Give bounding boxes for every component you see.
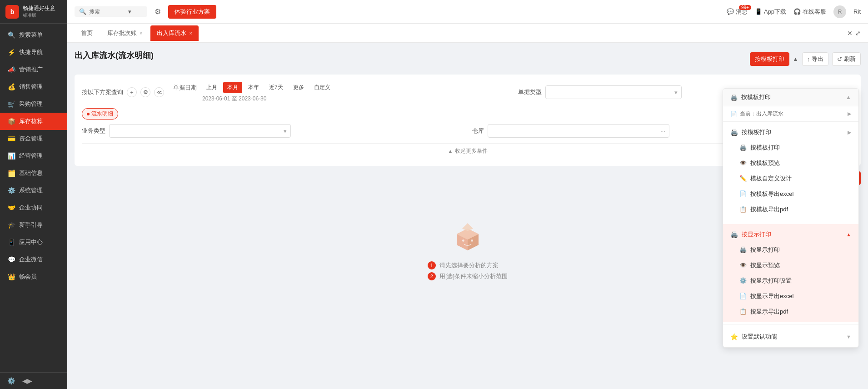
filter-collapse-icon[interactable]: ≪: [154, 87, 164, 97]
sidebar-icon-finance: 💳: [7, 135, 15, 143]
sidebar-item-guide[interactable]: 🎓 新手引导: [0, 216, 67, 234]
template-print-item[interactable]: 🖨️ 按模板打印: [723, 140, 858, 155]
display-excel-item[interactable]: 📄 按显示导出excel: [723, 289, 858, 304]
sidebar-item-marketing[interactable]: 📣 营销推广: [0, 61, 67, 78]
date-tab-more[interactable]: 更多: [289, 82, 308, 93]
top-header: 🔍 ▾ ⚙ 体验行业方案 💬 消息 99+ 📱 App下载 🎧: [67, 0, 868, 24]
doctype-select[interactable]: ▾: [545, 85, 682, 99]
sidebar-item-inventory[interactable]: 📦 库存核算: [0, 113, 67, 130]
biz-type-select[interactable]: ▾: [109, 124, 291, 138]
sidebar-item-member[interactable]: 👑 畅会员: [0, 268, 67, 285]
doctype-arrow-icon: ▾: [674, 89, 678, 96]
sidebar-item-finance[interactable]: 💳 资金管理: [0, 130, 67, 147]
date-tab-this-month[interactable]: 本月: [223, 82, 242, 93]
user-avatar[interactable]: R: [833, 5, 846, 18]
template-custom-item[interactable]: ✏️ 模板自定义设计: [723, 171, 858, 186]
tab-flow[interactable]: 出入库流水 ×: [150, 25, 198, 41]
date-tabs: 上月 本月 本年 近7天 更多 自定义: [202, 82, 334, 93]
sidebar-item-wechat[interactable]: 💬 企业微信: [0, 251, 67, 268]
display-pdf-item[interactable]: 📋 按显示导出pdf: [723, 304, 858, 319]
filter-settings-btn[interactable]: ⚙: [140, 87, 150, 97]
svg-marker-4: [462, 223, 473, 231]
tab-flow-close[interactable]: ×: [189, 30, 192, 36]
sidebar-item-appstore[interactable]: 📱 应用中心: [0, 234, 67, 251]
sidebar-item-quicknav[interactable]: ⚡ 快捷导航: [0, 44, 67, 61]
online-service-btn[interactable]: 🎧 在线客服: [793, 8, 826, 16]
refresh-label: 刷新: [844, 55, 856, 63]
display-settings-item[interactable]: ⚙️ 按显示打印设置: [723, 273, 858, 289]
collapse-sidebar-icon[interactable]: ◀▶: [22, 377, 32, 384]
template-print-section-header[interactable]: 🖨️ 按模板打印 ▶: [723, 125, 858, 140]
template-excel-item[interactable]: 📄 按模板导出excel: [723, 186, 858, 202]
display-print-section-icon: 🖨️: [730, 231, 738, 238]
display-preview-item[interactable]: 👁️ 按显示预览: [723, 258, 858, 273]
sidebar-item-operations[interactable]: 📊 经营管理: [0, 147, 67, 165]
sidebar-label-guide: 新手引导: [19, 221, 43, 229]
sidebar-item-basic[interactable]: 🗂️ 基础信息: [0, 165, 67, 182]
sidebar-item-system[interactable]: ⚙️ 系统管理: [0, 182, 67, 199]
template-print-btn[interactable]: 按模板打印: [750, 52, 789, 66]
message-btn[interactable]: 💬 消息 99+: [727, 8, 748, 16]
sidebar-label-system: 系统管理: [19, 186, 43, 194]
date-tab-custom[interactable]: 自定义: [310, 82, 334, 93]
message-icon: 💬: [727, 8, 734, 15]
warehouse-select[interactable]: ···: [488, 124, 669, 138]
warehouse-label: 仓库: [472, 127, 484, 135]
sidebar-icon-basic: 🗂️: [7, 169, 15, 177]
set-default-chevron: ▼: [846, 334, 851, 339]
filter-add-btn[interactable]: ＋: [127, 87, 137, 97]
export-btn[interactable]: ↑ 导出: [802, 52, 829, 66]
display-section-chevron: ▲: [846, 232, 851, 237]
app-download-label: App下载: [764, 8, 786, 16]
biz-type-arrow-icon: ▾: [284, 128, 287, 135]
display-print-item[interactable]: 🖨️ 按显示打印: [723, 242, 858, 258]
close-window-icon[interactable]: ✕: [847, 30, 853, 37]
app-download-btn[interactable]: 📱 App下载: [755, 8, 786, 16]
sidebar-label-operations: 经营管理: [19, 152, 43, 160]
sidebar-item-sales[interactable]: 💰 销售管理: [0, 78, 67, 95]
template-print-item-icon: 🖨️: [739, 144, 747, 151]
app-logo-icon: b: [5, 5, 19, 19]
trial-btn[interactable]: 体验行业方案: [168, 5, 216, 19]
header-search-box[interactable]: 🔍 ▾: [75, 6, 147, 17]
sidebar-icon-quicknav: ⚡: [7, 48, 15, 56]
search-input[interactable]: [89, 9, 125, 15]
template-preview-item[interactable]: 👁️ 按模板预览: [723, 155, 858, 171]
display-print-section-header[interactable]: 🖨️ 按显示打印 ▲: [723, 227, 858, 242]
search-dropdown-icon[interactable]: ▾: [128, 8, 131, 15]
print-icon: 🖨️: [730, 94, 738, 101]
dropdown-section-default: ⭐ 设置默认功能 ▼: [723, 326, 858, 347]
template-section-chevron: ▶: [848, 130, 851, 135]
sidebar-item-corp[interactable]: 🤝 企业协同: [0, 199, 67, 216]
sidebar-item-purchase[interactable]: 🛒 采购管理: [0, 95, 67, 113]
header-gear-icon[interactable]: ⚙: [155, 7, 161, 16]
tab-batch[interactable]: 库存批次账 ×: [101, 25, 149, 41]
page-content: 出入库流水(流水明细) 按模板打印 ▲ ↑ 导出 ↺ 刷新: [67, 43, 868, 389]
tab-home[interactable]: 首页: [75, 25, 99, 41]
set-default-section-header[interactable]: ⭐ 设置默认功能 ▼: [723, 329, 858, 344]
sidebar-icon-member: 👑: [7, 273, 15, 281]
sidebar-icon-purchase: 🛒: [7, 100, 15, 108]
display-print-section-label: 按显示打印: [742, 230, 771, 239]
refresh-btn[interactable]: ↺ 刷新: [832, 52, 861, 66]
tab-resize-controls: ✕ ⤢: [847, 30, 861, 37]
tab-batch-close[interactable]: ×: [140, 30, 142, 36]
dropdown-panel: 🖨️ 按模板打印 ▲ 📄 当前：出入库流水 ▶ 🖨️: [723, 88, 859, 348]
sidebar-item-search[interactable]: 🔍 搜索菜单: [0, 26, 67, 44]
maximize-window-icon[interactable]: ⤢: [855, 30, 861, 37]
date-filter-label: 单据日期: [173, 82, 197, 92]
date-filter: 上月 本月 本年 近7天 更多 自定义 2023-06-01 至 2023-06…: [202, 82, 334, 103]
filter-tag-liushui[interactable]: 流水明细: [82, 108, 118, 120]
date-tab-7days[interactable]: 近7天: [265, 82, 287, 93]
sidebar-label-marketing: 营销推广: [19, 65, 43, 74]
refresh-icon: ↺: [837, 56, 842, 63]
dropdown-section-template: 🖨️ 按模板打印 ▶ 🖨️ 按模板打印 👁️ 按模板预览: [723, 122, 858, 220]
display-pdf-item-icon: 📋: [739, 308, 747, 315]
date-tab-this-year[interactable]: 本年: [244, 82, 263, 93]
date-tab-last-month[interactable]: 上月: [202, 82, 221, 93]
dropdown-divider-1: [723, 222, 858, 222]
settings-bottom-icon[interactable]: ⚙️: [7, 377, 15, 384]
hint-num-2: 2: [428, 272, 436, 280]
template-pdf-item[interactable]: 📋 按模板导出pdf: [723, 202, 858, 217]
tabs-bar: 首页 库存批次账 × 出入库流水 × ✕ ⤢: [67, 24, 868, 43]
